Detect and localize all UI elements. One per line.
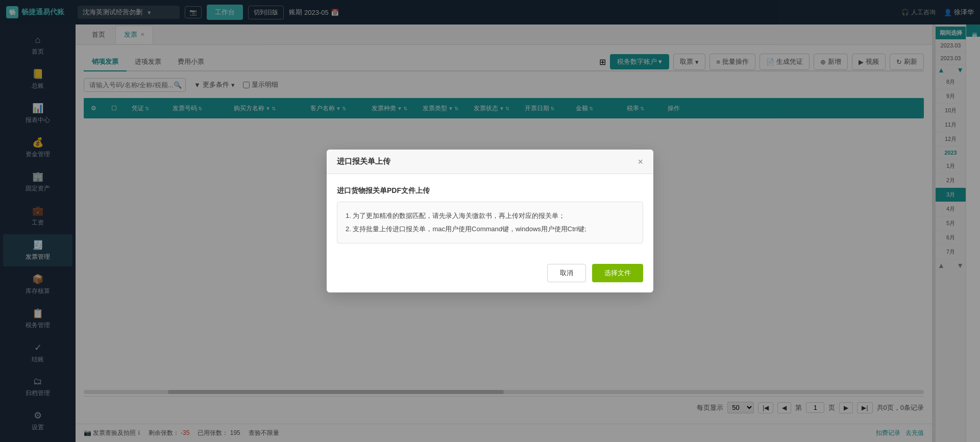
modal-header: 进口报关单上传 ×: [327, 150, 653, 174]
modal-info-line-2: 2. 支持批量上传进口报关单，mac用户使用Command键，windows用户…: [346, 223, 634, 236]
cancel-button[interactable]: 取消: [547, 264, 586, 282]
modal-overlay[interactable]: 进口报关单上传 × 进口货物报关单PDF文件上传 1. 为了更加精准的数据匹配，…: [0, 0, 980, 442]
modal-info-line-1: 1. 为了更加精准的数据匹配，请先录入海关缴款书，再上传对应的报关单；: [346, 209, 634, 223]
select-file-button[interactable]: 选择文件: [592, 264, 643, 282]
modal-title: 进口报关单上传: [337, 157, 390, 166]
modal-body: 进口货物报关单PDF文件上传 1. 为了更加精准的数据匹配，请先录入海关缴款书，…: [327, 174, 653, 256]
modal-close-button[interactable]: ×: [638, 157, 643, 166]
modal-section-title: 进口货物报关单PDF文件上传: [337, 186, 643, 195]
import-customs-modal: 进口报关单上传 × 进口货物报关单PDF文件上传 1. 为了更加精准的数据匹配，…: [327, 150, 653, 292]
modal-footer: 取消 选择文件: [327, 256, 653, 292]
modal-info-box: 1. 为了更加精准的数据匹配，请先录入海关缴款书，再上传对应的报关单； 2. 支…: [337, 202, 643, 243]
